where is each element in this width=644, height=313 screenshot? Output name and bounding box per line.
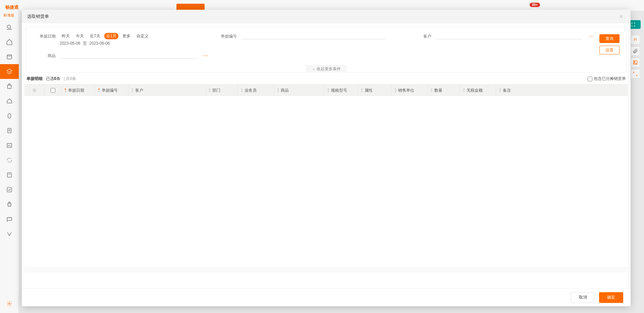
- gear-icon: [32, 88, 37, 93]
- col-unit[interactable]: ▲▼销售单位: [391, 85, 428, 96]
- date-to: 2023-06-06: [89, 41, 110, 46]
- date-chip-1month[interactable]: 近1月: [104, 33, 119, 39]
- col-product[interactable]: ▲▼商品: [274, 85, 324, 96]
- select-all-cell[interactable]: [45, 85, 61, 96]
- date-chip-7days[interactable]: 近7天: [88, 33, 102, 39]
- modal-body: 查询 设置 单据日期 昨天 今天 近7天 近1月 更多 自定义: [22, 23, 631, 288]
- col-order-no[interactable]: ▲▼单据编号: [95, 85, 128, 96]
- date-chip-more[interactable]: 更多: [120, 33, 132, 39]
- customer-label: 客户: [412, 33, 431, 39]
- svg-point-20: [34, 90, 35, 91]
- select-all-checkbox[interactable]: [51, 88, 55, 93]
- date-label: 单据日期: [36, 33, 56, 39]
- filter-actions: 查询 设置: [599, 34, 620, 54]
- select-sales-order-modal: 选取销货单 查询 设置 单据日期 昨天 今天 近7天 近1: [22, 10, 631, 306]
- filter-panel: 查询 设置 单据日期 昨天 今天 近7天 近1月 更多 自定义: [26, 27, 627, 73]
- collapse-filters-button[interactable]: 收起更多条件: [306, 65, 346, 73]
- chevron-up-double-icon: [312, 68, 315, 71]
- include-split-label: 包含已分摊销货单: [594, 76, 626, 82]
- col-dept[interactable]: ▲▼部门: [206, 85, 238, 96]
- col-attr[interactable]: ▲▼属性: [358, 85, 391, 96]
- selected-count: 已选0条: [46, 76, 60, 82]
- product-label: 商品: [36, 52, 56, 59]
- col-person[interactable]: ▲▼业务员: [238, 85, 274, 96]
- modal-footer: 取消 确定: [22, 288, 631, 306]
- col-remark[interactable]: ▲▼备注: [496, 85, 628, 96]
- close-icon: [619, 14, 624, 19]
- include-split-checkbox[interactable]: 包含已分摊销货单: [588, 76, 626, 82]
- date-range: 2023-05-06 至 2023-06-06: [60, 41, 151, 46]
- customer-picker-icon[interactable]: ...: [587, 33, 596, 38]
- body-scrollbar[interactable]: [628, 23, 631, 288]
- date-from: 2023-05-06: [60, 41, 80, 46]
- cancel-button[interactable]: 取消: [571, 292, 595, 303]
- col-spec[interactable]: ▲▼规格型号: [324, 85, 358, 96]
- col-date[interactable]: ▲▼单据日期: [61, 85, 95, 96]
- customer-input[interactable]: [435, 33, 583, 39]
- query-button[interactable]: 查询: [599, 34, 620, 43]
- column-settings-button[interactable]: [24, 85, 45, 96]
- table-head-row: ▲▼单据日期 ▲▼单据编号 ▲▼客户 ▲▼部门 ▲▼业务员 ▲▼商品 ▲▼规格型…: [24, 85, 628, 96]
- date-chip-yesterday[interactable]: 昨天: [60, 33, 72, 39]
- list-header: 单据明细 已选0条 | 共0条 包含已分摊销货单: [24, 73, 628, 84]
- table-body: [24, 96, 628, 267]
- confirm-button[interactable]: 确定: [599, 292, 623, 303]
- col-customer[interactable]: ▲▼客户: [128, 85, 206, 96]
- modal-title: 选取销货单: [27, 13, 49, 19]
- table: ▲▼单据日期 ▲▼单据编号 ▲▼客户 ▲▼部门 ▲▼业务员 ▲▼商品 ▲▼规格型…: [24, 84, 628, 273]
- list-title: 单据明细: [26, 76, 43, 82]
- filter-settings-button[interactable]: 设置: [599, 46, 620, 54]
- total-count: | 共0条: [64, 76, 76, 82]
- collapse-label: 收起更多条件: [317, 66, 341, 72]
- include-split-input[interactable]: [588, 77, 592, 81]
- col-qty[interactable]: ▲▼数量: [428, 85, 460, 96]
- modal-header: 选取销货单: [22, 10, 631, 23]
- col-amount[interactable]: ▲▼无税金额: [460, 85, 496, 96]
- product-picker-icon[interactable]: ...: [201, 52, 211, 57]
- date-chips: 昨天 今天 近7天 近1月 更多 自定义: [60, 33, 151, 39]
- order-no-label: 单据编号: [217, 33, 237, 39]
- date-chip-today[interactable]: 今天: [74, 33, 86, 39]
- date-sep: 至: [83, 41, 87, 46]
- date-chip-custom[interactable]: 自定义: [135, 33, 151, 39]
- product-input[interactable]: [60, 52, 197, 59]
- order-no-input[interactable]: [241, 33, 385, 39]
- close-button[interactable]: [617, 12, 625, 20]
- horizontal-scrollbar[interactable]: [24, 267, 628, 273]
